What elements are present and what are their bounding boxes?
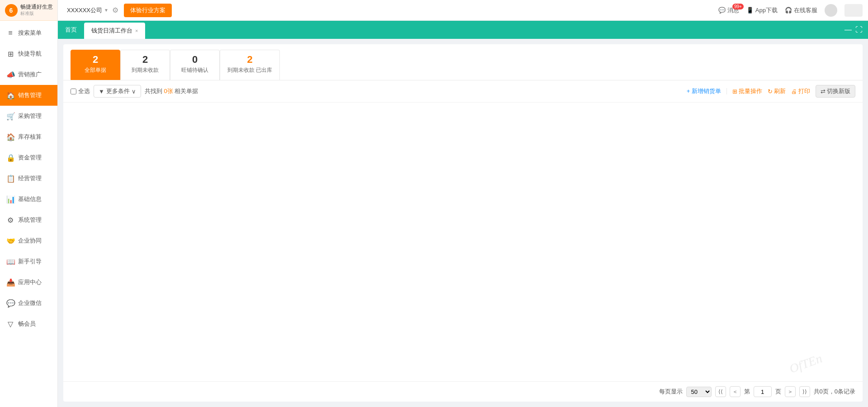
sidebar-label-purchase: 采购管理: [18, 112, 42, 120]
stat-num-pending: 0: [178, 54, 212, 65]
page-label: 第: [744, 388, 750, 396]
add-button[interactable]: + 新增销货单: [687, 87, 721, 95]
per-page-label: 每页显示: [659, 388, 683, 396]
logo-name: 畅捷通好生意: [20, 4, 53, 11]
stat-num-all: 2: [78, 54, 113, 65]
app-download-icon: 📱: [746, 7, 754, 14]
company-name: XXXXXX公司: [67, 6, 102, 14]
sidebar-item-member[interactable]: ▽ 畅会员: [0, 313, 57, 334]
trial-button[interactable]: 体验行业方案: [124, 4, 172, 17]
sidebar-item-system[interactable]: ⚙ 系统管理: [0, 210, 57, 230]
quick-nav-icon: ⊞: [6, 50, 14, 58]
online-service-label: 在线客服: [794, 6, 817, 14]
tab-minimize-icon[interactable]: —: [844, 26, 852, 34]
filter-button[interactable]: ▼ 更多条件 ∨: [94, 85, 141, 98]
divider-1: [726, 88, 727, 94]
sidebar-item-wechat[interactable]: 💬 企业微信: [0, 293, 57, 313]
stat-tab-all[interactable]: 2 全部单据: [71, 50, 120, 80]
sidebar-label-marketing: 营销推广: [18, 70, 42, 79]
stat-num-shipped: 2: [227, 54, 272, 65]
sales-icon: 🏠: [6, 91, 14, 100]
online-service-button[interactable]: 🎧 在线客服: [785, 6, 817, 14]
app-download-button[interactable]: 📱 App下载: [746, 6, 778, 14]
base-icon: 📊: [6, 195, 14, 204]
batch-button[interactable]: ⊞ 批量操作: [732, 87, 762, 95]
content-area: 2 全部单据 2 到期未收款 0 旺铺待确认 2 到期未收款 已出库 全选: [63, 44, 863, 402]
tab-home[interactable]: 首页: [58, 21, 84, 39]
tab-work[interactable]: 钱货日清工作台 ×: [84, 23, 145, 39]
company-selector[interactable]: XXXXXX公司 ▼: [67, 6, 108, 14]
sidebar-item-sales[interactable]: 🏠 销售管理: [0, 85, 57, 106]
sidebar-item-appstore[interactable]: 📥 应用中心: [0, 272, 57, 293]
member-icon: ▽: [6, 320, 14, 328]
batch-icon: ⊞: [732, 88, 737, 95]
tab-home-label: 首页: [65, 26, 77, 34]
sidebar-item-search[interactable]: ≡ 搜索菜单: [0, 23, 57, 43]
sidebar-label-guide: 新手引导: [18, 257, 42, 266]
switch-button[interactable]: ⇄ 切换新版: [816, 85, 855, 98]
first-page-button[interactable]: ⟨⟨: [715, 386, 726, 397]
toolbar: 全选 ▼ 更多条件 ∨ 共找到 0张 相关单据 + 新增销货单 ⊞ 批: [63, 80, 863, 103]
footer-bar: 每页显示 50 100 200 ⟨⟨ ＜ 第 页 ＞ ⟩⟩ 共0页，0条记录: [63, 381, 863, 402]
refresh-button[interactable]: ↻ 刷新: [768, 87, 786, 95]
prev-page-button[interactable]: ＜: [730, 386, 741, 397]
page-suffix: 页: [775, 388, 781, 396]
select-all-checkbox[interactable]: [71, 89, 76, 94]
system-icon: ⚙: [6, 216, 14, 225]
sidebar-item-inventory[interactable]: 🏠 库存核算: [0, 126, 57, 147]
sidebar-logo: 6 畅捷通好生意 标准版: [0, 0, 57, 21]
page-input[interactable]: [754, 386, 772, 397]
user-name[interactable]: [844, 4, 863, 17]
batch-label: 批量操作: [739, 87, 762, 95]
sidebar-nav: ≡ 搜索菜单 ⊞ 快捷导航 📣 营销推广 🏠 销售管理 🛒 采购管理 🏠 库存核…: [0, 21, 57, 407]
sidebar-label-wechat: 企业微信: [18, 299, 42, 307]
sidebar-label-sales: 销售管理: [18, 91, 42, 99]
print-button[interactable]: 🖨 打印: [791, 87, 810, 95]
print-label: 打印: [798, 87, 810, 95]
toolbar-right: + 新增销货单 ⊞ 批量操作 ↻ 刷新 🖨 打印 ⇄ 切换新版: [687, 85, 855, 98]
message-badge: 99+: [732, 4, 744, 9]
sidebar-label-nav: 快捷导航: [18, 50, 42, 58]
service-icon: 🎧: [785, 7, 792, 14]
select-all-text: 全选: [78, 87, 90, 95]
sidebar-item-nav[interactable]: ⊞ 快捷导航: [0, 43, 57, 64]
stat-label-shipped: 到期未收款 已出库: [227, 66, 272, 74]
switch-label: 切换新版: [827, 87, 850, 95]
stat-tab-pending[interactable]: 0 旺铺待确认: [170, 50, 220, 80]
sidebar-item-purchase[interactable]: 🛒 采购管理: [0, 106, 57, 126]
toolbar-left: 全选 ▼ 更多条件 ∨ 共找到 0张 相关单据: [71, 85, 198, 98]
sidebar-item-operations[interactable]: 📋 经营管理: [0, 168, 57, 189]
logo-icon: 6: [5, 4, 18, 17]
stat-label-all: 全部单据: [78, 66, 113, 74]
tab-close-icon[interactable]: ×: [135, 28, 138, 33]
stat-tab-shipped[interactable]: 2 到期未收款 已出库: [220, 50, 280, 80]
sidebar-label-member: 畅会员: [18, 320, 36, 328]
sidebar-item-base[interactable]: 📊 基础信息: [0, 189, 57, 210]
appstore-icon: 📥: [6, 278, 14, 287]
next-page-button[interactable]: ＞: [785, 386, 796, 397]
sidebar-item-marketing[interactable]: 📣 营销推广: [0, 64, 57, 85]
sidebar-label-appstore: 应用中心: [18, 278, 42, 286]
last-page-button[interactable]: ⟩⟩: [799, 386, 810, 397]
operations-icon: 📋: [6, 174, 14, 183]
sidebar-label-system: 系统管理: [18, 216, 42, 224]
sidebar-item-guide[interactable]: 📖 新手引导: [0, 251, 57, 272]
sidebar-item-finance[interactable]: 🔒 资金管理: [0, 147, 57, 168]
app-download-label: App下载: [755, 6, 778, 14]
switch-icon: ⇄: [821, 88, 826, 95]
settings-icon[interactable]: ⚙: [112, 6, 118, 14]
sidebar-item-enterprise[interactable]: 🤝 企业协同: [0, 230, 57, 251]
stat-label-pending: 旺铺待确认: [178, 66, 212, 74]
refresh-icon: ↻: [768, 88, 773, 95]
select-all-label[interactable]: 全选: [71, 87, 90, 95]
per-page-select[interactable]: 50 100 200: [686, 387, 712, 397]
stat-tab-overdue[interactable]: 2 到期未收款: [120, 50, 170, 80]
message-button[interactable]: 💬 消息 99+: [718, 6, 739, 14]
filter-label: 更多条件: [106, 87, 130, 95]
purchase-icon: 🛒: [6, 112, 14, 121]
sidebar: 6 畅捷通好生意 标准版 ≡ 搜索菜单 ⊞ 快捷导航 📣 营销推广 🏠 销售管理…: [0, 0, 58, 407]
tab-maximize-icon[interactable]: ⛶: [855, 26, 863, 34]
tab-work-label: 钱货日清工作台: [91, 27, 132, 35]
found-text: 共找到 0张 相关单据: [145, 87, 198, 95]
avatar[interactable]: [825, 4, 837, 17]
